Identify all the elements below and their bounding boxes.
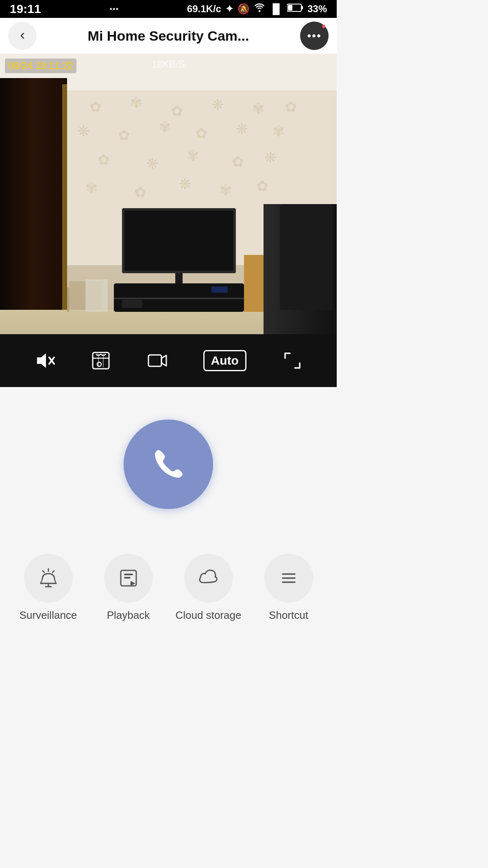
svg-marker-13 [161,355,166,366]
flower-decor: ❋ [236,121,248,138]
bottom-nav: Surveillance Playback Cloud storage [0,542,337,646]
fullscreen-button[interactable] [282,350,303,371]
white-box [85,279,108,312]
tv-cabinet [114,283,244,312]
svg-rect-1 [301,6,303,9]
speed-overlay: 18KB/S [152,59,185,70]
flower-decor: ✾ [85,180,98,197]
svg-rect-2 [288,5,292,11]
call-button[interactable] [124,420,213,509]
record-icon [147,350,168,371]
silent-icon: 🔕 [237,3,250,15]
nav-item-playback[interactable]: Playback [88,554,168,622]
svg-rect-22 [124,577,131,579]
device-light [211,287,228,293]
flower-decor: ✾ [272,123,285,140]
back-button[interactable] [8,22,37,50]
svg-line-15 [43,571,44,572]
flower-decor: ❋ [179,176,191,193]
flower-decor: ✿ [118,127,130,144]
speaker [244,255,266,312]
status-time: 19:11 [10,2,41,16]
nav-item-shortcut[interactable]: Shortcut [248,554,329,622]
network-indicator: ··· [109,2,119,15]
battery-icon [287,3,303,15]
mute-button[interactable] [34,350,55,371]
network-speed: 69.1K/c [187,3,221,15]
battery-percent: 33% [307,3,327,15]
flower-decor: ✾ [252,100,264,117]
flower-decor: ✾ [187,147,199,164]
more-dots-icon: ••• [307,29,321,42]
bluetooth-icon: ✦ [225,3,233,15]
signal-icon: ▐▌ [269,3,283,15]
door [0,78,67,334]
status-bar: 19:11 ··· 69.1K/c ✦ 🔕 ▐▌ 33% [0,0,337,18]
svg-marker-3 [37,353,46,368]
surveillance-icon-wrap [24,554,73,603]
flower-decor: ✿ [232,153,244,170]
quality-button[interactable]: Auto [203,350,246,371]
surveillance-label: Surveillance [20,609,77,622]
tv-area [114,208,244,312]
call-icon [146,442,191,487]
timestamp-overlay: 09/24 19:11:22 [5,59,76,73]
fullscreen-icon [282,350,303,371]
table-leg [67,287,69,312]
playback-icon-wrap [104,554,153,603]
screenshot-button[interactable] [90,350,111,371]
nav-item-cloud-storage[interactable]: Cloud storage [168,554,248,622]
svg-rect-12 [148,355,161,366]
room-scene: ✿ ✾ ✿ ❋ ✾ ✿ ❋ ✿ ✾ ✿ ❋ ✾ ✿ ❋ ✾ ✿ ❋ ✾ ✿ ❋ … [0,54,337,334]
screenshot-icon [90,350,111,371]
nav-item-surveillance[interactable]: Surveillance [8,554,88,622]
intercom-section [0,387,337,542]
playback-label: Playback [107,609,150,622]
flower-decor: ✿ [134,184,146,201]
flower-decor: ✾ [159,119,171,136]
surveillance-icon [38,568,59,588]
cabinet-device [122,300,142,308]
page-title: Mi Home Security Cam... [88,28,249,44]
wifi-icon [254,3,265,15]
cloud-storage-label: Cloud storage [176,609,242,622]
more-options-button[interactable]: ••• [300,22,329,50]
playback-icon [118,568,139,588]
flower-decor: ✿ [256,178,268,195]
cloud-storage-icon-wrap [184,554,233,603]
shortcut-icon [279,568,299,588]
flower-decor: ❋ [146,155,159,172]
flower-decor: ✾ [130,94,142,111]
svg-rect-6 [93,352,109,369]
mute-icon [34,350,55,371]
svg-rect-21 [124,574,133,575]
svg-line-16 [52,571,54,572]
camera-feed: ✿ ✾ ✿ ❋ ✾ ✿ ❋ ✿ ✾ ✿ ❋ ✾ ✿ ❋ ✾ ✿ ❋ ✾ ✿ ❋ … [0,54,337,334]
record-button[interactable] [147,350,168,371]
svg-point-8 [97,362,101,366]
flower-decor: ✾ [220,182,232,199]
shortcut-label: Shortcut [269,609,308,622]
flower-decor: ✿ [171,102,183,120]
tv-screen [122,208,236,273]
recording-indicator [322,25,325,28]
shortcut-icon-wrap [264,554,313,603]
door-frame [62,84,67,334]
chair [280,204,333,310]
tv-stand-neck [175,273,183,283]
flower-decor: ❋ [264,149,277,166]
cabinet-shelf [114,298,244,299]
flower-decor: ✿ [195,125,207,142]
header: Mi Home Security Cam... ••• [0,18,337,54]
control-bar: Auto [0,334,337,387]
flower-decor: ❋ [211,96,224,113]
flower-decor: ✿ [98,151,110,168]
status-icons: 69.1K/c ✦ 🔕 ▐▌ 33% [187,3,327,15]
cloud-icon [197,568,220,588]
flower-decor: ❋ [77,123,89,140]
flower-decor: ✿ [285,98,297,115]
flower-decor: ✿ [89,98,102,115]
